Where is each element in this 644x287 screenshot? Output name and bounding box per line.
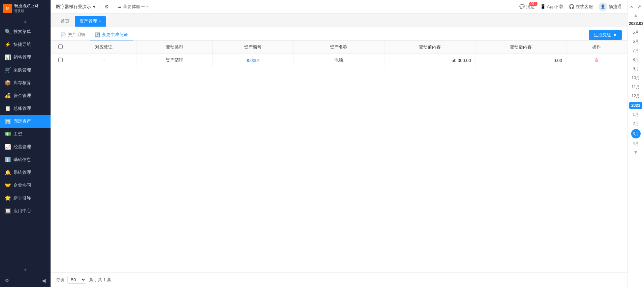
- tab-close-icon[interactable]: ×: [99, 19, 101, 23]
- row-checkbox-cell: [51, 54, 71, 67]
- right-panel-scroll: ▲ 2023.03 5月 6月 7月 8月 9月 10月 11月 12月 202…: [627, 11, 644, 156]
- th-op: 操作: [566, 41, 627, 54]
- select-all-checkbox[interactable]: [58, 44, 63, 49]
- cloud-icon: ☁: [117, 4, 122, 9]
- settings-icon[interactable]: ⚙: [5, 278, 9, 284]
- sidebar-item-cooperation[interactable]: 🤝 企业协同: [0, 179, 51, 192]
- sidebar-nav: 🔍 搜索菜单 ⚡ 快捷导航 📊 销售管理 🛒 采购管理 📦 库存核算 💰 资金管…: [0, 25, 51, 266]
- avatar: 👤: [599, 2, 607, 11]
- main-content: 医疗器械行业演示 ▼ ⚙ ☁ 我要体验一下 💬 消息 99+ 📱 App下载 🎧…: [51, 0, 627, 287]
- fund-icon: 💰: [5, 93, 11, 99]
- th-code: 资产编号: [212, 41, 293, 54]
- sidebar-item-payroll[interactable]: 💵 工资: [0, 128, 51, 140]
- sidebar-scroll-up[interactable]: ▲: [0, 17, 51, 25]
- sidebar-item-guide[interactable]: 🌟 新手引导: [0, 192, 51, 204]
- change-voucher-icon: 🔄: [95, 32, 100, 37]
- cooperation-icon: 🤝: [5, 182, 11, 188]
- company-selector[interactable]: 医疗器械行业演示 ▼: [56, 4, 96, 10]
- guide-icon: 🌟: [5, 195, 11, 201]
- app-logo-text: 畅捷通好业财 普及版: [14, 3, 38, 13]
- fixed-assets-icon: 🏢: [5, 118, 11, 124]
- inventory-icon: 📦: [5, 80, 11, 86]
- sub-tabs: 📄 资产明细 🔄 变更生成凭证 生成凭证 ▼: [51, 27, 627, 41]
- sub-tab-asset-detail[interactable]: 📄 资产明细: [56, 30, 90, 40]
- month-4[interactable]: 4月: [627, 139, 644, 148]
- sidebar-item-ledger[interactable]: 📋 总账管理: [0, 102, 51, 115]
- sidebar-item-inventory[interactable]: 📦 库存核算: [0, 76, 51, 89]
- sidebar-item-fund[interactable]: 💰 资金管理: [0, 89, 51, 102]
- month-12[interactable]: 12月: [627, 92, 644, 101]
- tab-home[interactable]: 首页: [56, 16, 74, 27]
- tab-asset-mgmt[interactable]: 资产管理 ×: [75, 16, 106, 27]
- company-dropdown-icon: ▼: [92, 5, 96, 9]
- panel-down-arrow[interactable]: ▼: [632, 148, 640, 156]
- ledger-icon: 📋: [5, 105, 11, 111]
- topbar: 医疗器械行业演示 ▼ ⚙ ☁ 我要体验一下 💬 消息 99+ 📱 App下载 🎧…: [51, 0, 627, 13]
- month-8[interactable]: 8月: [627, 55, 644, 64]
- generate-voucher-button[interactable]: 生成凭证 ▼: [589, 30, 622, 40]
- sidebar-scroll-down[interactable]: ▼: [0, 266, 51, 274]
- sidebar-item-purchase[interactable]: 🛒 采购管理: [0, 64, 51, 76]
- sidebar-item-fixed-assets[interactable]: 🏢 固定资产: [0, 115, 51, 128]
- sidebar-item-sales[interactable]: 📊 销售管理: [0, 51, 51, 64]
- right-panel-header: × ⤢: [627, 3, 644, 11]
- row-checkbox[interactable]: [58, 58, 63, 62]
- user-menu[interactable]: 👤 畅捷通: [599, 2, 622, 11]
- company-name: 医疗器械行业演示: [56, 4, 91, 10]
- th-type: 变动类型: [136, 41, 212, 54]
- month-3-active[interactable]: 3月: [631, 129, 641, 138]
- month-7[interactable]: 7月: [627, 46, 644, 55]
- payroll-icon: 💵: [5, 131, 11, 137]
- collapse-icon[interactable]: ◀: [42, 278, 46, 284]
- message-icon: 💬: [519, 4, 525, 9]
- panel-up-arrow[interactable]: ▲: [632, 11, 640, 19]
- row-name: 电脑: [293, 54, 384, 67]
- th-name: 资产名称: [293, 41, 384, 54]
- month-2[interactable]: 2月: [627, 119, 644, 128]
- table-body: -- 资产清理 000001 电脑 50,000.00: [51, 54, 627, 67]
- th-before: 变动前内容: [384, 41, 475, 54]
- month-11[interactable]: 11月: [627, 83, 644, 92]
- messages-btn[interactable]: 💬 消息 99+: [519, 4, 535, 10]
- tabs-bar: 首页 资产管理 ×: [51, 13, 627, 27]
- right-panel-expand-icon[interactable]: ⤢: [637, 4, 641, 9]
- sidebar-item-system[interactable]: 🔔 系统管理: [0, 166, 51, 179]
- row-after: 0.00: [475, 54, 566, 67]
- purchase-icon: 🛒: [5, 67, 11, 73]
- month-6[interactable]: 6月: [627, 37, 644, 46]
- app-download-btn[interactable]: 📱 App下载: [540, 4, 563, 10]
- headset-icon: 🎧: [569, 4, 574, 9]
- th-voucher: 对应凭证: [71, 41, 136, 54]
- current-year-badge[interactable]: 2023: [629, 102, 642, 109]
- row-code: 000001: [212, 54, 293, 67]
- table-row: -- 资产清理 000001 电脑 50,000.00: [51, 54, 627, 67]
- sidebar-item-app-center[interactable]: 🔲 应用中心: [0, 204, 51, 217]
- th-after: 变动后内容: [475, 41, 566, 54]
- topbar-settings-icon[interactable]: ⚙: [104, 4, 109, 10]
- delete-row-icon[interactable]: 🗑: [594, 58, 599, 63]
- right-panel-close-icon[interactable]: ×: [630, 4, 633, 9]
- row-op: 🗑: [566, 54, 627, 67]
- per-page-select[interactable]: 10 20 50 100: [67, 276, 86, 284]
- pagination: 每页 10 20 50 100 条，共 1 条: [51, 272, 627, 287]
- online-service-btn[interactable]: 🎧 在线客服: [569, 4, 593, 10]
- sidebar-item-quick-nav[interactable]: ⚡ 快捷导航: [0, 38, 51, 51]
- data-table: 对应凭证 变动类型 资产编号 资产名称 变动前内容: [51, 41, 627, 67]
- month-5[interactable]: 5月: [627, 28, 644, 37]
- dropdown-arrow-icon: ▼: [613, 33, 617, 38]
- topbar-divider-2: [113, 4, 113, 10]
- row-voucher: --: [71, 54, 136, 67]
- sidebar-item-management[interactable]: 📈 经营管理: [0, 140, 51, 153]
- month-1[interactable]: 1月: [627, 110, 644, 119]
- asset-detail-icon: 📄: [61, 32, 66, 37]
- sidebar-item-search[interactable]: 🔍 搜索菜单: [0, 25, 51, 38]
- app-logo-icon: 好: [3, 4, 12, 13]
- sidebar-item-basic-info[interactable]: ℹ️ 基础信息: [0, 153, 51, 166]
- month-9[interactable]: 9月: [627, 64, 644, 73]
- experience-btn[interactable]: ☁ 我要体验一下: [117, 4, 149, 10]
- month-10[interactable]: 10月: [627, 73, 644, 83]
- basic-info-icon: ℹ️: [5, 157, 11, 163]
- sub-tab-change-voucher[interactable]: 🔄 变更生成凭证: [90, 30, 133, 40]
- message-badge: 99+: [529, 2, 538, 6]
- row-type: 资产清理: [136, 54, 212, 67]
